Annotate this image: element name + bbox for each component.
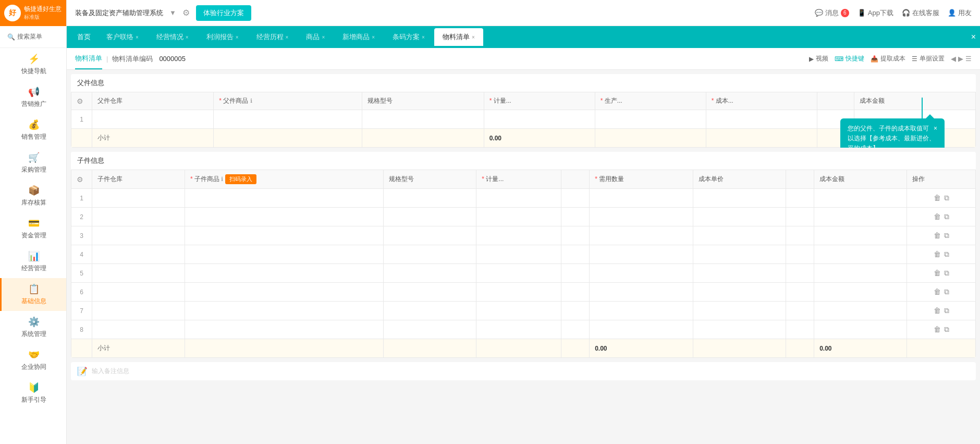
nav-close-button[interactable]: × xyxy=(971,32,976,42)
page-nav-prev[interactable]: ◀ xyxy=(951,55,956,63)
sidebar-item-enterprise[interactable]: 🤝 企业协同 xyxy=(0,344,66,377)
sidebar-item-guide[interactable]: 🔰 新手引导 xyxy=(0,377,66,410)
tab-customer[interactable]: 客户联络 × xyxy=(98,28,147,46)
tab-home[interactable]: 首页 xyxy=(71,28,97,46)
child-col-unit-cost: 成本单价 xyxy=(693,170,786,189)
table-row: 5 🗑⧉ xyxy=(71,264,976,283)
tab-close-icon[interactable]: × xyxy=(322,34,325,40)
tab-close-icon[interactable]: × xyxy=(286,34,289,40)
sidebar-item-label: 经营管理 xyxy=(21,264,46,273)
sidebar-item-sales[interactable]: 💰 销售管理 xyxy=(0,114,66,147)
tooltip-close-button[interactable]: × xyxy=(934,124,937,134)
child-spec-cell[interactable] xyxy=(384,189,476,208)
child-warehouse-cell[interactable] xyxy=(92,189,185,208)
operations-icon: 📊 xyxy=(28,250,40,262)
tab-operations[interactable]: 经营情况 × xyxy=(148,28,197,46)
tab-goods[interactable]: 商品 × xyxy=(298,28,333,46)
service-icon: 🎧 xyxy=(902,9,910,17)
tab-close-icon[interactable]: × xyxy=(136,34,139,40)
copy-icon[interactable]: ⧉ xyxy=(944,306,949,315)
parent-spec-cell[interactable] xyxy=(362,110,484,129)
quick-nav-icon: ⚡ xyxy=(28,53,40,65)
child-col-goods: * 子件商品 ℹ 扫码录入 xyxy=(185,170,384,189)
breadcrumb-bom[interactable]: 物料清单 xyxy=(75,49,102,69)
child-col-cost-amount: 成本金额 xyxy=(814,170,907,189)
tab-history[interactable]: 经营历程 × xyxy=(248,28,297,46)
user-button[interactable]: 👤 用友 xyxy=(948,8,972,18)
row-num: 1 xyxy=(71,189,92,208)
copy-icon[interactable]: ⧉ xyxy=(944,231,949,240)
search-menu-button[interactable]: 🔍 搜索菜单 xyxy=(4,30,62,43)
finance-icon: 💳 xyxy=(28,218,40,229)
row-num: 7 xyxy=(71,302,92,320)
delete-icon[interactable]: 🗑 xyxy=(934,194,941,202)
child-col-settings[interactable]: ⚙ xyxy=(71,170,92,189)
sidebar-search[interactable]: 🔍 搜索菜单 xyxy=(0,26,66,48)
copy-icon[interactable]: ⧉ xyxy=(944,269,949,278)
delete-icon[interactable]: 🗑 xyxy=(934,231,941,240)
child-unit-cell[interactable] xyxy=(476,189,561,208)
tab-close-icon[interactable]: × xyxy=(236,34,239,40)
delete-icon[interactable]: 🗑 xyxy=(934,269,941,278)
delete-icon[interactable]: 🗑 xyxy=(934,325,941,334)
sidebar-item-inventory[interactable]: 📦 库存核算 xyxy=(0,179,66,212)
sidebar-item-marketing[interactable]: 📢 营销推广 xyxy=(0,81,66,114)
sales-icon: 💰 xyxy=(28,119,40,130)
delete-icon[interactable]: 🗑 xyxy=(934,306,941,315)
row-num: 1 xyxy=(71,110,92,129)
trial-button[interactable]: 体验行业方案 xyxy=(196,5,251,21)
shortcut-tool[interactable]: ⌨ 快捷键 xyxy=(835,54,864,63)
tab-close-icon[interactable]: × xyxy=(472,34,475,40)
tab-barcode[interactable]: 条码方案 × xyxy=(384,28,433,46)
logo-sub: 标准版 xyxy=(24,14,62,21)
tab-close-icon[interactable]: × xyxy=(186,34,189,40)
message-button[interactable]: 💬 消息 6 xyxy=(815,8,849,18)
tab-close-icon[interactable]: × xyxy=(372,34,375,40)
parent-goods-cell[interactable] xyxy=(214,110,362,129)
child-goods-cell[interactable] xyxy=(185,189,384,208)
parent-warehouse-cell[interactable] xyxy=(92,110,214,129)
delete-icon[interactable]: 🗑 xyxy=(934,212,941,221)
sidebar-item-label: 库存核算 xyxy=(21,198,46,207)
video-tool[interactable]: ▶ 视频 xyxy=(809,54,828,63)
copy-icon[interactable]: ⧉ xyxy=(944,287,949,296)
dropdown-icon[interactable]: ▼ xyxy=(169,9,176,17)
app-download-button[interactable]: 📱 App下载 xyxy=(858,8,893,18)
copy-icon[interactable]: ⧉ xyxy=(944,194,949,202)
delete-icon[interactable]: 🗑 xyxy=(934,250,941,259)
sidebar-item-operations[interactable]: 📊 经营管理 xyxy=(0,245,66,278)
online-service-button[interactable]: 🎧 在线客服 xyxy=(902,8,939,18)
page-nav-menu[interactable]: ☰ xyxy=(965,55,972,63)
delete-icon[interactable]: 🗑 xyxy=(934,287,941,296)
child-qty-cell[interactable] xyxy=(590,189,693,208)
row-num: 8 xyxy=(71,320,92,339)
tab-profit[interactable]: 利润报告 × xyxy=(198,28,247,46)
table-row: 7 🗑⧉ xyxy=(71,302,976,320)
sidebar-item-quick-nav[interactable]: ⚡ 快捷导航 xyxy=(0,48,66,81)
child-unit-cost-cell[interactable] xyxy=(693,189,786,208)
note-placeholder[interactable]: 输入备注信息 xyxy=(92,367,129,376)
page-nav-next[interactable]: ▶ xyxy=(958,55,963,63)
tab-new-goods[interactable]: 新增商品 × xyxy=(334,28,383,46)
parent-cost-cell[interactable] xyxy=(706,110,817,129)
scan-button[interactable]: 扫码录入 xyxy=(225,174,256,184)
page-header: 物料清单 | 物料清单编码 0000005 ▶ 视频 ⌨ 快捷键 📥 提取成本 xyxy=(67,48,980,70)
sidebar-item-basic-info[interactable]: 📋 基础信息 xyxy=(0,278,66,311)
settings-icon[interactable]: ⚙ xyxy=(77,175,83,184)
sidebar-item-label: 企业协同 xyxy=(21,363,46,371)
tab-close-icon[interactable]: × xyxy=(422,34,425,40)
settings-icon[interactable]: ⚙ xyxy=(182,8,190,18)
parent-production-cell[interactable] xyxy=(595,110,706,129)
extract-cost-tool[interactable]: 📥 提取成本 xyxy=(871,54,905,63)
sidebar-item-system[interactable]: ⚙️ 系统管理 xyxy=(0,311,66,344)
sidebar-item-purchase[interactable]: 🛒 采购管理 xyxy=(0,147,66,179)
copy-icon[interactable]: ⧉ xyxy=(944,212,949,221)
single-settings-tool[interactable]: ☰ 单据设置 xyxy=(912,54,945,63)
settings-icon[interactable]: ⚙ xyxy=(77,97,83,105)
sidebar-item-finance[interactable]: 💳 资金管理 xyxy=(0,212,66,245)
parent-col-settings[interactable]: ⚙ xyxy=(71,92,92,110)
tab-bom[interactable]: 物料清单 × xyxy=(434,28,483,46)
copy-icon[interactable]: ⧉ xyxy=(944,250,949,259)
copy-icon[interactable]: ⧉ xyxy=(944,325,949,334)
parent-unit-cell[interactable] xyxy=(484,110,595,129)
